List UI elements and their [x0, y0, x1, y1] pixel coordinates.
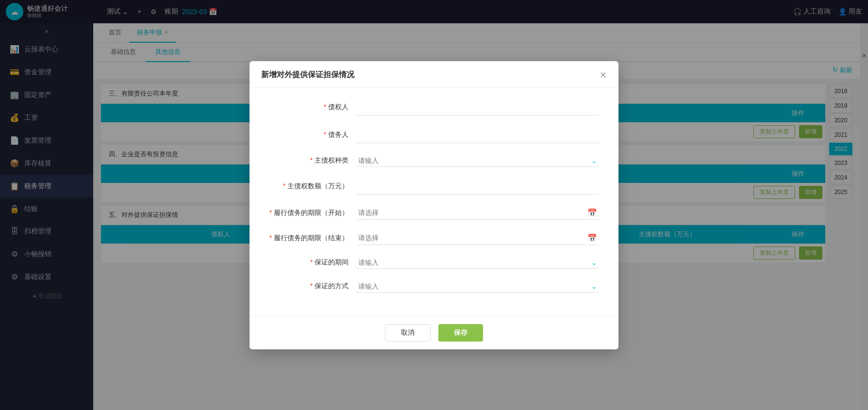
claim-type-input[interactable]: [358, 157, 591, 164]
guarantee-period-input[interactable]: [358, 259, 591, 266]
dialog-title: 新增对外提供保证担保情况: [261, 70, 354, 80]
form-row-debtor: * 债务人: [269, 127, 599, 143]
debtor-label: * 债务人: [269, 131, 356, 139]
guarantee-method-select[interactable]: ⌄: [356, 280, 599, 293]
claim-type-select[interactable]: ⌄: [356, 155, 599, 167]
calendar-end-icon[interactable]: 📅: [587, 233, 597, 243]
claim-amount-label: * 主债权数额（万元）: [269, 182, 356, 191]
guarantee-period-select[interactable]: ⌄: [356, 257, 599, 269]
form-row-guarantee-period: * 保证的期间 ⌄: [269, 257, 599, 269]
form-row-creditor: * 债权人: [269, 99, 599, 115]
creditor-input[interactable]: [356, 99, 599, 115]
form-row-obligation-start: * 履行债务的期限（开始） 📅: [269, 206, 599, 220]
guarantee-method-arrow: ⌄: [591, 282, 597, 290]
obligation-end-input[interactable]: [358, 234, 587, 242]
guarantee-period-label: * 保证的期间: [269, 258, 356, 267]
dialog: 新增对外提供保证担保情况 ✕ * 债权人 * 债务人: [250, 61, 618, 349]
obligation-end-label: * 履行债务的期限（结束）: [269, 234, 356, 243]
guarantee-period-arrow: ⌄: [591, 259, 597, 266]
dialog-body: * 债权人 * 债务人 * 主债权种类: [250, 88, 618, 316]
debtor-input[interactable]: [356, 127, 599, 143]
obligation-start-input[interactable]: [358, 209, 587, 216]
form-row-claim-amount: * 主债权数额（万元）: [269, 179, 599, 195]
calendar-start-icon[interactable]: 📅: [587, 208, 597, 217]
dialog-overlay: 新增对外提供保证担保情况 ✕ * 债权人 * 债务人: [0, 0, 868, 410]
obligation-start-label: * 履行债务的期限（开始）: [269, 209, 356, 217]
claim-type-arrow: ⌄: [591, 157, 597, 164]
form-row-obligation-end: * 履行债务的期限（结束） 📅: [269, 231, 599, 245]
dialog-close-button[interactable]: ✕: [600, 70, 607, 81]
form-row-guarantee-method: * 保证的方式 ⌄: [269, 280, 599, 293]
dialog-footer: 取消 保存: [250, 316, 618, 349]
claim-type-label: * 主债权种类: [269, 156, 356, 165]
cancel-button[interactable]: 取消: [385, 324, 431, 342]
claim-amount-input[interactable]: [356, 179, 599, 195]
creditor-label: * 债权人: [269, 103, 356, 112]
form-row-claim-type: * 主债权种类 ⌄: [269, 155, 599, 167]
save-button[interactable]: 保存: [438, 324, 483, 342]
dialog-header: 新增对外提供保证担保情况 ✕: [250, 61, 618, 88]
obligation-end-date[interactable]: 📅: [356, 231, 599, 245]
obligation-start-date[interactable]: 📅: [356, 206, 599, 220]
guarantee-method-input[interactable]: [358, 282, 591, 290]
guarantee-method-label: * 保证的方式: [269, 282, 356, 291]
